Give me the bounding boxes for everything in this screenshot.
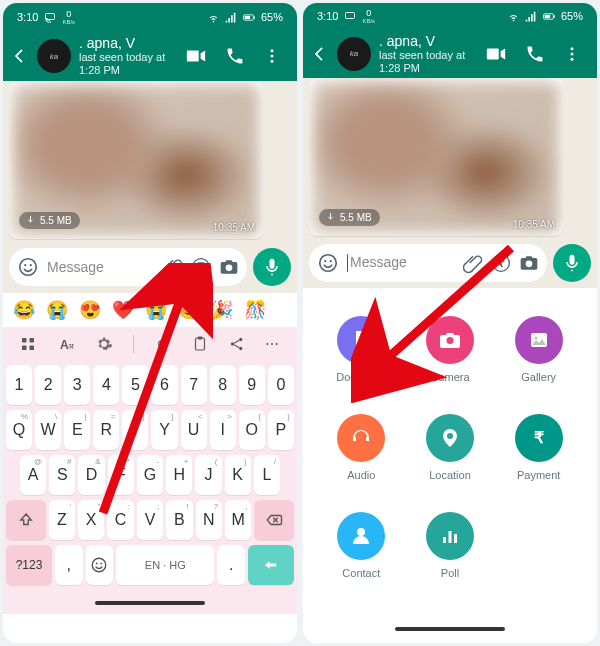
lang-switch-icon[interactable] <box>56 335 76 353</box>
backspace-key[interactable] <box>254 500 294 540</box>
video-call-button[interactable] <box>485 43 507 65</box>
camera-icon[interactable] <box>219 257 239 277</box>
audio-icon <box>337 414 385 462</box>
more-icon[interactable]: ⋯ <box>265 336 281 352</box>
payment-icon[interactable] <box>491 253 511 273</box>
key-U[interactable]: U< <box>181 410 207 450</box>
attach-contact[interactable]: Contact <box>317 512 406 604</box>
voice-call-button[interactable] <box>225 46 245 66</box>
key-T[interactable]: T[ <box>122 410 148 450</box>
menu-button[interactable] <box>563 45 581 63</box>
key-V[interactable]: V; <box>137 500 163 540</box>
attach-gallery[interactable]: Gallery <box>494 316 583 408</box>
key-2[interactable]: 2 <box>35 365 61 405</box>
back-button[interactable] <box>9 46 29 66</box>
emoji-icon[interactable] <box>317 252 339 274</box>
key-5[interactable]: 5 <box>122 365 148 405</box>
shift-key[interactable] <box>6 500 46 540</box>
emoji-suggestion[interactable]: ❤️ <box>112 299 134 321</box>
image-message[interactable]: 5.5 MB 10:35 AM <box>309 78 563 236</box>
key-9[interactable]: 9 <box>239 365 265 405</box>
ring-icon[interactable] <box>153 335 171 353</box>
attach-icon[interactable] <box>463 253 483 273</box>
attach-location[interactable]: Location <box>406 414 495 506</box>
download-badge[interactable]: 5.5 MB <box>319 209 380 226</box>
emoji-suggestion[interactable]: 😂 <box>13 299 35 321</box>
key-I[interactable]: I> <box>210 410 236 450</box>
key-K[interactable]: K) <box>225 455 251 495</box>
key-C[interactable]: C: <box>107 500 133 540</box>
menu-button[interactable] <box>263 47 281 65</box>
emoji-suggestion[interactable]: 😊 <box>178 299 200 321</box>
key-W[interactable]: W\ <box>35 410 61 450</box>
attach-poll[interactable]: Poll <box>406 512 495 604</box>
attach-audio[interactable]: Audio <box>317 414 406 506</box>
key-Q[interactable]: Q% <box>6 410 32 450</box>
key-4[interactable]: 4 <box>93 365 119 405</box>
key-A[interactable]: A@ <box>20 455 46 495</box>
key-0[interactable]: 0 <box>268 365 294 405</box>
key-7[interactable]: 7 <box>181 365 207 405</box>
attach-camera[interactable]: Camera <box>406 316 495 408</box>
key-E[interactable]: E| <box>64 410 90 450</box>
back-button[interactable] <box>309 44 329 64</box>
key-8[interactable]: 8 <box>210 365 236 405</box>
symbols-key[interactable]: ?123 <box>6 545 52 585</box>
mic-button[interactable] <box>253 248 291 286</box>
message-input[interactable]: Message <box>9 248 247 286</box>
emoji-suggestion[interactable]: 😭 <box>46 299 68 321</box>
emoji-suggestion[interactable]: 😍 <box>79 299 101 321</box>
key-Y[interactable]: Y] <box>151 410 177 450</box>
key-1[interactable]: 1 <box>6 365 32 405</box>
avatar[interactable]: ka <box>37 39 71 73</box>
period-key[interactable]: . <box>217 545 245 585</box>
emoji-icon[interactable] <box>17 256 39 278</box>
chat-title-block[interactable]: . apna, V last seen today at 1:28 PM <box>79 35 177 76</box>
download-badge[interactable]: 5.5 MB <box>19 212 80 229</box>
nav-pill[interactable] <box>395 627 505 631</box>
key-X[interactable]: X" <box>78 500 104 540</box>
comma-key[interactable]: , <box>55 545 83 585</box>
key-S[interactable]: S# <box>49 455 75 495</box>
key-R[interactable]: R= <box>93 410 119 450</box>
key-3[interactable]: 3 <box>64 365 90 405</box>
key-G[interactable]: G- <box>137 455 163 495</box>
key-J[interactable]: J( <box>195 455 221 495</box>
key-L[interactable]: L/ <box>254 455 280 495</box>
attach-label: Poll <box>441 567 459 579</box>
attach-icon[interactable] <box>163 257 183 277</box>
space-key[interactable]: EN · HG <box>116 545 214 585</box>
emoji-suggestion[interactable]: 🎉 <box>211 299 233 321</box>
key-H[interactable]: H+ <box>166 455 192 495</box>
key-N[interactable]: N? <box>196 500 222 540</box>
message-input[interactable]: Message <box>309 244 547 282</box>
image-message[interactable]: 5.5 MB 10:35 AM <box>9 81 263 239</box>
clipboard-icon[interactable] <box>191 335 209 353</box>
key-M[interactable]: M, <box>225 500 251 540</box>
key-P[interactable]: P} <box>268 410 294 450</box>
attach-document[interactable]: Document <box>317 316 406 408</box>
nav-pill[interactable] <box>95 601 205 605</box>
avatar[interactable]: ka <box>337 37 371 71</box>
emoji-key[interactable] <box>86 545 114 585</box>
enter-key[interactable] <box>248 545 294 585</box>
voice-call-button[interactable] <box>525 44 545 64</box>
attach-payment[interactable]: Payment <box>494 414 583 506</box>
key-B[interactable]: B! <box>166 500 192 540</box>
emoji-suggestion[interactable]: 🎊 <box>244 299 266 321</box>
grid-icon[interactable] <box>19 335 37 353</box>
settings-icon[interactable] <box>95 335 113 353</box>
video-call-button[interactable] <box>185 45 207 67</box>
mic-button[interactable] <box>553 244 591 282</box>
emoji-suggestion[interactable]: 😭 <box>145 299 167 321</box>
key-F[interactable]: F* <box>108 455 134 495</box>
chat-name: . apna, V <box>79 35 177 51</box>
payment-icon[interactable] <box>191 257 211 277</box>
camera-icon[interactable] <box>519 253 539 273</box>
key-Z[interactable]: Z' <box>49 500 75 540</box>
key-O[interactable]: O{ <box>239 410 265 450</box>
chat-title-block[interactable]: . apna, V last seen today at 1:28 PM <box>379 33 477 74</box>
share-icon[interactable] <box>228 335 246 353</box>
key-D[interactable]: D& <box>78 455 104 495</box>
key-6[interactable]: 6 <box>151 365 177 405</box>
